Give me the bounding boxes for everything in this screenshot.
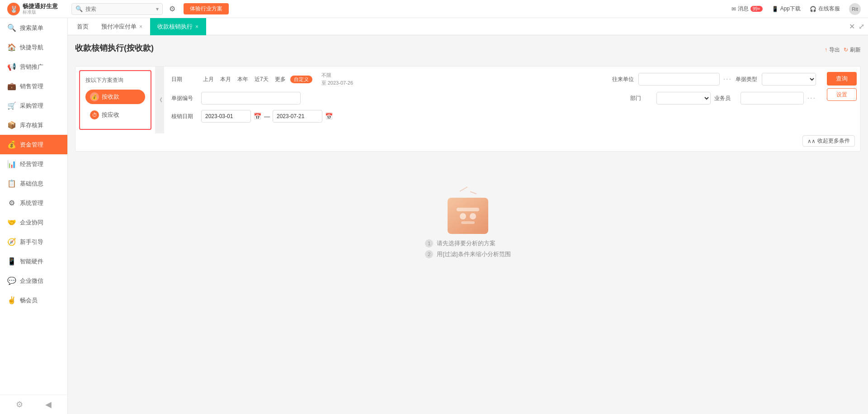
operations-label: 经营管理 bbox=[20, 160, 43, 168]
tab-prepay-close-icon[interactable]: × bbox=[139, 24, 142, 30]
app-download-btn[interactable]: 📱 App下载 bbox=[772, 5, 801, 13]
hardware-icon: 📱 bbox=[7, 257, 16, 266]
wechat-icon: 💬 bbox=[7, 276, 16, 285]
sales-label: 销售管理 bbox=[20, 82, 43, 90]
tab-prepay-label: 预付冲应付单 bbox=[101, 23, 137, 31]
empty-hint-1-text: 请先选择要分析的方案 bbox=[437, 239, 495, 247]
date-shortcut-this-month[interactable]: 本月 bbox=[218, 75, 233, 84]
date-shortcut-last-month[interactable]: 上月 bbox=[201, 75, 216, 84]
online-service-btn[interactable]: 🎧 在线客服 bbox=[810, 5, 840, 13]
chevron-down-icon[interactable]: ▾ bbox=[156, 6, 159, 12]
sidebar-item-search-menu[interactable]: 🔍 搜索菜单 bbox=[0, 18, 67, 38]
search-bar[interactable]: 🔍 ▾ bbox=[71, 3, 163, 15]
tab-close-all-icon[interactable]: ✕ bbox=[849, 22, 855, 31]
date-custom-tag[interactable]: 自定义 bbox=[290, 76, 312, 83]
empty-hint-2-text: 用[过滤]条件来缩小分析范围 bbox=[437, 250, 510, 258]
verify-date-range: 📅 — 📅 bbox=[201, 110, 333, 123]
search-icon: 🔍 bbox=[75, 5, 83, 12]
filter-collapse-btn[interactable]: 《 bbox=[155, 67, 164, 133]
filter-panel: 按以下方案查询 💰 按收款 ⏱ 按应收 《 bbox=[75, 66, 861, 152]
filter-scheme-title: 按以下方案查询 bbox=[85, 76, 145, 84]
sidebar-item-inventory[interactable]: 📦 库存核算 bbox=[0, 115, 67, 135]
staff-input[interactable] bbox=[741, 92, 804, 105]
export-icon: ↑ bbox=[825, 47, 827, 53]
verify-date-end-input[interactable] bbox=[273, 110, 322, 123]
top-bar-right: ✉ 消息 99+ 📱 App下载 🎧 在线客服 Rit bbox=[731, 3, 861, 15]
sidebar-item-system[interactable]: ⚙ 系统管理 bbox=[0, 193, 67, 213]
page-content: 收款核销执行(按收款) ↑ 导出 ↻ 刷新 按以 bbox=[68, 35, 868, 414]
tab-home[interactable]: 首页 bbox=[71, 23, 94, 31]
sidebar-item-member[interactable]: ✌ 畅会员 bbox=[0, 290, 67, 310]
basic-info-label: 基础信息 bbox=[20, 180, 43, 188]
sidebar-item-quick-nav[interactable]: 🏠 快捷导航 bbox=[0, 38, 67, 57]
staff-label: 业务员 bbox=[714, 95, 737, 102]
logo-sub-text: 标准版 bbox=[23, 10, 58, 14]
logo-icon: 🐰 bbox=[7, 3, 20, 15]
quick-nav-icon: 🏠 bbox=[7, 43, 16, 52]
industry-btn[interactable]: 体验行业方案 bbox=[184, 3, 229, 14]
basic-info-icon: 📋 bbox=[7, 179, 16, 188]
settings-btn[interactable]: 设置 bbox=[827, 88, 857, 101]
message-btn[interactable]: ✉ 消息 99+ bbox=[731, 5, 763, 13]
receivable-icon: ⏱ bbox=[90, 110, 99, 119]
headset-icon: 🎧 bbox=[810, 6, 816, 12]
gear-icon[interactable]: ⚙ bbox=[169, 5, 175, 13]
online-service-label: 在线客服 bbox=[818, 5, 840, 13]
export-label: 导出 bbox=[829, 46, 840, 54]
sidebar-item-operations[interactable]: 📊 经营管理 bbox=[0, 154, 67, 174]
sidebar-item-guide[interactable]: 🧭 新手引导 bbox=[0, 232, 67, 252]
app-download-label: App下载 bbox=[780, 5, 801, 13]
calendar-start-icon[interactable]: 📅 bbox=[254, 113, 261, 120]
collapse-up-icon: ∧∧ bbox=[807, 138, 816, 144]
tab-receipt-close-icon[interactable]: × bbox=[195, 24, 198, 30]
counterpart-ellipsis-icon[interactable]: ··· bbox=[723, 75, 732, 83]
tab-expand-icon[interactable]: ⤢ bbox=[859, 22, 864, 31]
date-shortcut-more[interactable]: 更多 bbox=[273, 75, 288, 84]
export-btn[interactable]: ↑ 导出 bbox=[825, 46, 840, 54]
refresh-icon: ↻ bbox=[844, 47, 848, 53]
filter-actions: 查询 设置 bbox=[823, 67, 860, 133]
guide-icon: 🧭 bbox=[7, 238, 16, 246]
doc-no-input[interactable] bbox=[201, 92, 301, 105]
sidebar-item-wechat[interactable]: 💬 企业微信 bbox=[0, 271, 67, 290]
tab-bar-right: ✕ ⤢ bbox=[849, 22, 864, 31]
filter-option2-label: 按应收 bbox=[102, 111, 119, 119]
dept-select[interactable] bbox=[656, 92, 711, 105]
verify-date-start-input[interactable] bbox=[201, 110, 251, 123]
counterpart-label: 往来单位 bbox=[612, 76, 635, 83]
tab-receipt-label: 收款核销执行 bbox=[157, 23, 193, 31]
calendar-end-icon[interactable]: 📅 bbox=[325, 113, 333, 120]
date-shortcut-this-year[interactable]: 本年 bbox=[236, 75, 250, 84]
hint-num-2: 2 bbox=[425, 250, 433, 258]
sidebar-item-enterprise[interactable]: 🤝 企业协同 bbox=[0, 213, 67, 232]
query-btn[interactable]: 查询 bbox=[827, 72, 857, 86]
sidebar-item-basic-info[interactable]: 📋 基础信息 bbox=[0, 174, 67, 193]
filter-option-by-receipt[interactable]: 💰 按收款 bbox=[85, 90, 145, 104]
sidebar-settings-icon[interactable]: ⚙ bbox=[16, 400, 23, 409]
sidebar-item-marketing[interactable]: 📢 营销推广 bbox=[0, 57, 67, 76]
sidebar-item-sales[interactable]: 💼 销售管理 bbox=[0, 76, 67, 96]
sidebar-item-purchase[interactable]: 🛒 采购管理 bbox=[0, 96, 67, 115]
doc-type-select[interactable] bbox=[762, 73, 816, 86]
tab-prepay[interactable]: 预付冲应付单 × bbox=[94, 18, 150, 35]
counterpart-input[interactable] bbox=[638, 73, 720, 86]
sidebar-collapse-icon[interactable]: ◀ bbox=[45, 400, 52, 409]
filter-row-1: 日期 上月 本月 本年 近7天 更多 自定义 不限 至 bbox=[171, 72, 816, 86]
collapse-more-btn[interactable]: ∧∧ 收起更多条件 bbox=[802, 135, 855, 147]
enterprise-icon: 🤝 bbox=[7, 218, 16, 227]
date-shortcut-7days[interactable]: 近7天 bbox=[253, 75, 270, 84]
page-top-actions: ↑ 导出 ↻ 刷新 bbox=[825, 46, 861, 54]
staff-ellipsis-icon[interactable]: ··· bbox=[807, 94, 816, 102]
user-avatar[interactable]: Rit bbox=[849, 3, 861, 15]
filter-option-by-receivable[interactable]: ⏱ 按应收 bbox=[85, 108, 145, 122]
search-input[interactable] bbox=[85, 6, 153, 12]
sidebar-item-hardware[interactable]: 📱 智能硬件 bbox=[0, 252, 67, 271]
empty-illustration bbox=[439, 184, 497, 234]
tab-receipt[interactable]: 收款核销执行 × bbox=[150, 18, 206, 35]
empty-hint-1: 1 请先选择要分析的方案 bbox=[425, 239, 510, 247]
refresh-btn[interactable]: ↻ 刷新 bbox=[844, 46, 861, 54]
operations-icon: 📊 bbox=[7, 160, 16, 168]
verify-date-label: 核销日期 bbox=[171, 113, 194, 120]
sidebar-item-finance[interactable]: 💰 资金管理 bbox=[0, 135, 67, 154]
finance-icon: 💰 bbox=[7, 140, 16, 149]
